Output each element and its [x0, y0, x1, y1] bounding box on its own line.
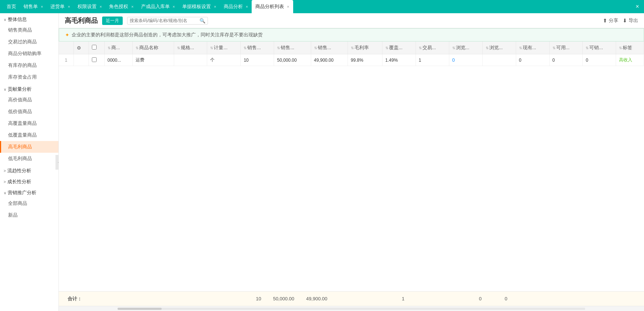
search-icon[interactable]: 🔍 — [199, 18, 205, 23]
nav-tab-单据模板设置[interactable]: 单据模板设置× — [179, 0, 220, 13]
col-header-sales_amt[interactable]: ⇅销售... — [274, 41, 311, 54]
window-close-button[interactable]: × — [634, 3, 641, 10]
col-header-browse2[interactable]: ⇅浏览... — [482, 41, 516, 54]
sidebar-item-有库存的商品[interactable]: 有库存的商品 — [0, 59, 58, 71]
sidebar-section-成长性分析[interactable]: >成长性分析 — [0, 176, 58, 187]
share-button[interactable]: ⬆ 分享 — [603, 17, 618, 24]
footer-cell: 1 — [382, 296, 407, 301]
col-header-trade[interactable]: ⇅交易... — [415, 41, 449, 54]
table-container[interactable]: ⚙⇅商...⇅商品名称⇅规格...⇅计量...⇅销售...⇅销售...⇅销售..… — [59, 41, 644, 291]
col-header-unit[interactable]: ⇅计量... — [207, 41, 241, 54]
sidebar-item-新品[interactable]: 新品 — [0, 209, 58, 221]
footer-cell: 10 — [242, 296, 264, 301]
nav-tab-label: 进货单 — [50, 3, 65, 10]
nav-tab-角色授权[interactable]: 角色授权× — [105, 0, 137, 13]
cell-browse1: 0 — [449, 54, 482, 66]
nav-tab-商品分析[interactable]: 商品分析× — [220, 0, 252, 13]
cell-available: 0 — [549, 54, 583, 66]
nav-tab-销售单[interactable]: 销售单× — [20, 0, 47, 13]
row-checkbox[interactable] — [92, 57, 97, 62]
info-icon: ✦ — [65, 32, 69, 38]
footer-cell: 0 — [459, 296, 485, 301]
sidebar-item-高毛利商品[interactable]: 高毛利商品 — [0, 141, 58, 153]
sidebar-section-流趋性分析[interactable]: >流趋性分析 — [0, 164, 58, 176]
section-label: 整体信息 — [8, 16, 27, 23]
cell-sales_qty: 10 — [241, 54, 274, 66]
col-header-spec[interactable]: ⇅规格... — [174, 41, 207, 54]
search-box: 🔍 — [127, 17, 208, 25]
close-icon[interactable]: × — [214, 4, 216, 9]
sidebar-item-高价值商品[interactable]: 高价值商品 — [0, 94, 58, 106]
col-header-settings[interactable]: ⚙ — [73, 41, 89, 54]
select-all-checkbox[interactable] — [92, 45, 97, 50]
sidebar-item-低毛利商品[interactable]: 低毛利商品 — [0, 153, 58, 164]
sort-icon: ⇅ — [244, 46, 247, 50]
col-header-code[interactable]: ⇅商... — [104, 41, 132, 54]
col-header-browse1[interactable]: ⇅浏览... — [449, 41, 482, 54]
sort-icon: ⇅ — [108, 46, 111, 50]
close-icon[interactable]: × — [287, 4, 289, 9]
cell-num: 1 — [59, 54, 73, 66]
sidebar-item-高覆盖量商品[interactable]: 高覆盖量商品 — [0, 117, 58, 129]
sort-icon: ⇅ — [586, 46, 589, 50]
sort-icon: ⇅ — [314, 46, 317, 50]
nav-tab-label: 产成品入库单 — [141, 3, 170, 10]
col-header-name[interactable]: ⇅商品名称 — [133, 41, 174, 54]
close-icon[interactable]: × — [131, 4, 133, 9]
col-header-sales_cost[interactable]: ⇅销售... — [311, 41, 348, 54]
link-value[interactable]: 0 — [452, 57, 455, 63]
col-header-num — [59, 41, 73, 54]
nav-tab-权限设置[interactable]: 权限设置× — [74, 0, 105, 13]
col-header-saleable[interactable]: ⇅可销... — [583, 41, 616, 54]
close-icon[interactable]: × — [41, 4, 43, 9]
sidebar-item-销售类商品[interactable]: 销售类商品 — [0, 24, 58, 36]
cell-current: 0 — [516, 54, 549, 66]
sidebar-collapse-button[interactable]: « — [55, 155, 59, 170]
footer-cell: 49,900.00 — [297, 296, 330, 301]
scrollbar-area[interactable] — [59, 306, 644, 311]
filter-recent-month-button[interactable]: 近一月 — [102, 17, 123, 25]
scrollbar-thumb[interactable] — [118, 308, 162, 310]
col-header-checkbox[interactable] — [89, 41, 104, 54]
content-area: 高毛利商品 近一月 🔍 ⬆ 分享 ⬇ 导出 ✦ 企业的主要的利润都是这部分商品创… — [59, 13, 644, 311]
col-header-coverage[interactable]: ⇅覆盖... — [382, 41, 415, 54]
search-input[interactable] — [130, 18, 198, 23]
export-button[interactable]: ⬇ 导出 — [623, 17, 638, 24]
nav-tab-label: 权限设置 — [78, 3, 97, 10]
arrow-icon: > — [4, 169, 6, 173]
col-header-sales_qty[interactable]: ⇅销售... — [241, 41, 274, 54]
sidebar-item-低价值商品[interactable]: 低价值商品 — [0, 106, 58, 117]
settings-icon[interactable]: ⚙ — [77, 45, 81, 51]
cell-sales_amt: 50,000.00 — [274, 54, 311, 66]
arrow-icon: ∨ — [4, 18, 6, 22]
col-header-tag[interactable]: ⇅标签 — [616, 41, 644, 54]
sort-icon: ⇅ — [277, 46, 280, 50]
nav-tab-进货单[interactable]: 进货单× — [47, 0, 73, 13]
nav-tab-产成品入库单[interactable]: 产成品入库单× — [137, 0, 179, 13]
col-header-available[interactable]: ⇅可用... — [549, 41, 583, 54]
col-header-current[interactable]: ⇅现有... — [516, 41, 549, 54]
sidebar-section-营销推广分析[interactable]: ∨营销推广分析 — [0, 187, 58, 198]
sort-icon: ⇅ — [385, 46, 388, 50]
sort-icon: ⇅ — [519, 46, 522, 50]
section-label: 成长性分析 — [7, 178, 31, 185]
close-icon[interactable]: × — [68, 4, 70, 9]
sort-icon: ⇅ — [351, 46, 354, 50]
nav-tab-首页[interactable]: 首页 — [3, 0, 20, 13]
info-bar: ✦ 企业的主要的利润都是这部分商品创造的，可考虑加大推广，同时关注库存是不要出现… — [59, 28, 644, 41]
sidebar-item-全部商品[interactable]: 全部商品 — [0, 198, 58, 209]
sidebar-section-整体信息[interactable]: ∨整体信息 — [0, 13, 58, 24]
table-footer: 合计： 1050,000.0049,900.00100 — [59, 291, 644, 306]
close-icon[interactable]: × — [100, 4, 102, 9]
sidebar-item-交易过的商品[interactable]: 交易过的商品 — [0, 36, 58, 48]
sidebar-item-库存资金占用[interactable]: 库存资金占用 — [0, 71, 58, 83]
sidebar-section-贡献量分析[interactable]: ∨贡献量分析 — [0, 83, 58, 94]
close-icon[interactable]: × — [246, 4, 248, 9]
sidebar-item-商品分销助购率[interactable]: 商品分销助购率 — [0, 48, 58, 59]
horizontal-scrollbar[interactable] — [118, 308, 585, 310]
close-icon[interactable]: × — [173, 4, 175, 9]
col-header-gross_rate[interactable]: ⇅毛利率 — [348, 41, 382, 54]
header-actions: ⬆ 分享 ⬇ 导出 — [603, 17, 638, 24]
nav-tab-商品分析列表[interactable]: 商品分析列表× — [252, 0, 293, 13]
sidebar-item-低覆盖量商品[interactable]: 低覆盖量商品 — [0, 129, 58, 141]
